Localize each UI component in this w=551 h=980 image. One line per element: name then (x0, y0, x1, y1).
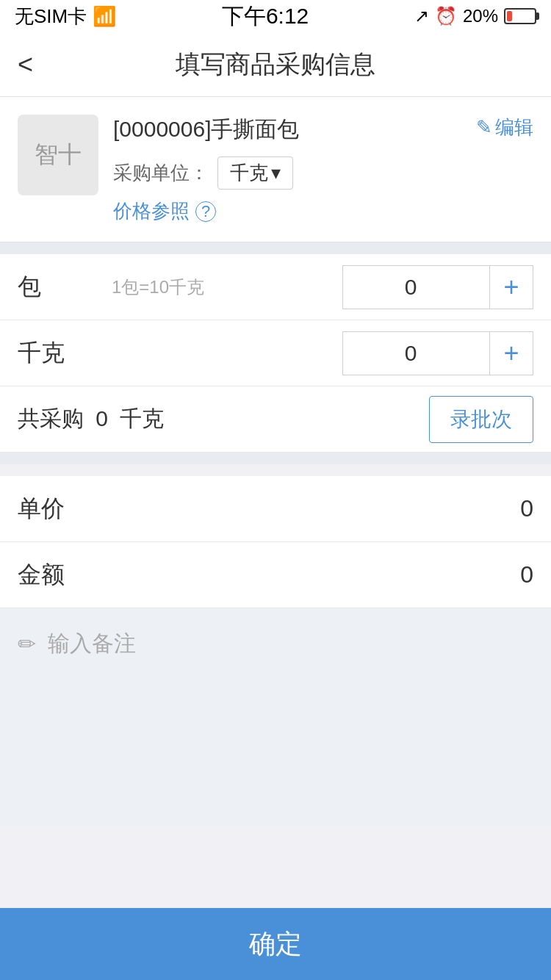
bag-label: 包 (18, 271, 106, 303)
bag-input-row: 包 1包=10千克 + (0, 254, 551, 320)
amount-label: 金额 (18, 559, 65, 591)
amount-value: 0 (520, 561, 533, 588)
total-prefix: 共采购 (18, 406, 84, 430)
amount-row: 金额 0 (0, 542, 551, 608)
kg-plus-button[interactable]: + (489, 331, 533, 375)
status-right: ↗ ⏰ 20% (414, 6, 536, 26)
battery-percent: 20% (463, 6, 498, 26)
product-header: [0000006]手撕面包 ✎ 编辑 (113, 115, 533, 145)
status-left: 无SIM卡 📶 (15, 4, 116, 29)
nav-bar: < 填写商品采购信息 (0, 32, 551, 97)
bag-sub-label: 1包=10千克 (112, 275, 204, 299)
page-title: 填写商品采购信息 (176, 48, 375, 82)
unit-price-label: 单价 (18, 493, 65, 525)
location-icon: ↗ (414, 6, 429, 26)
product-logo: 智十 (35, 139, 82, 171)
product-image: 智十 (18, 115, 98, 195)
product-name: [0000006]手撕面包 (113, 115, 464, 145)
section-divider-2 (0, 453, 551, 464)
carrier-label: 无SIM卡 (15, 4, 87, 29)
product-card: 智十 [0000006]手撕面包 ✎ 编辑 采购单位： 千克 ▾ 价格参照 ? (0, 97, 551, 242)
kg-input[interactable] (342, 331, 489, 375)
purchase-unit-label: 采购单位： (113, 160, 209, 186)
total-label: 共采购 0 千克 (18, 404, 164, 434)
unit-price-row: 单价 0 (0, 476, 551, 542)
note-section[interactable]: ✏ 输入备注 (0, 608, 551, 680)
bottom-filler (0, 680, 551, 826)
section-divider-1 (0, 242, 551, 254)
bag-input-wrap: + (204, 265, 533, 309)
edit-button[interactable]: ✎ 编辑 (476, 115, 533, 140)
price-ref-row[interactable]: 价格参照 ? (113, 198, 533, 224)
back-button[interactable]: < (18, 49, 33, 80)
confirm-button[interactable]: 确定 (0, 908, 551, 980)
wifi-icon: 📶 (93, 5, 116, 28)
note-placeholder: 输入备注 (48, 629, 136, 659)
price-amount-section: 单价 0 金额 0 (0, 476, 551, 608)
battery-icon (504, 8, 536, 24)
batch-button[interactable]: 录批次 (429, 396, 533, 443)
alarm-icon: ⏰ (435, 6, 457, 26)
status-time: 下午6:12 (222, 1, 309, 32)
pencil-icon: ✏ (18, 631, 36, 657)
chevron-down-icon: ▾ (271, 162, 281, 184)
bag-plus-button[interactable]: + (489, 265, 533, 309)
bag-input[interactable] (342, 265, 489, 309)
price-ref-help-icon: ? (195, 201, 216, 222)
total-unit: 千克 (120, 406, 164, 430)
total-row: 共采购 0 千克 录批次 (0, 386, 551, 453)
total-amount: 0 (96, 406, 108, 430)
unit-select[interactable]: 千克 ▾ (217, 156, 293, 190)
edit-icon: ✎ (476, 116, 492, 139)
unit-value: 千克 (230, 160, 268, 186)
input-section: 包 1包=10千克 + 千克 + 共采购 0 千克 录批次 (0, 254, 551, 453)
kg-label: 千克 (18, 337, 106, 370)
battery-fill (507, 11, 512, 21)
price-ref-label: 价格参照 (113, 198, 190, 224)
kg-input-row: 千克 + (0, 320, 551, 386)
status-bar: 无SIM卡 📶 下午6:12 ↗ ⏰ 20% (0, 0, 551, 32)
kg-input-wrap: + (106, 331, 533, 375)
purchase-unit-row: 采购单位： 千克 ▾ (113, 156, 533, 190)
product-info: [0000006]手撕面包 ✎ 编辑 采购单位： 千克 ▾ 价格参照 ? (113, 115, 533, 224)
edit-label: 编辑 (495, 115, 533, 140)
unit-price-value: 0 (520, 495, 533, 522)
